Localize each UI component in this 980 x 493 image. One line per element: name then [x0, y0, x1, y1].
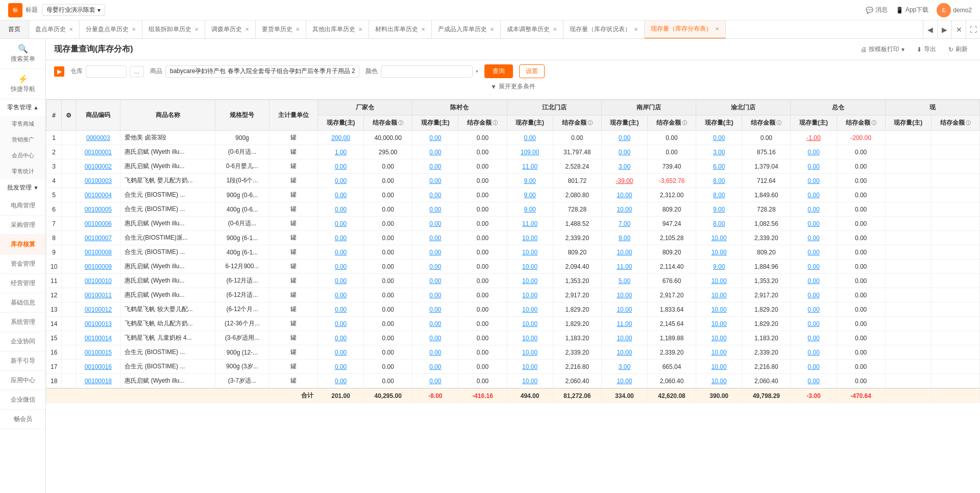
info-icon[interactable]: ⓘ	[682, 120, 687, 126]
row-chenlu-stock[interactable]: 0.00	[412, 345, 458, 360]
row-total-stock[interactable]: 0.00	[791, 245, 837, 260]
sidebar-item-member[interactable]: 会员中心	[0, 148, 45, 163]
row-jiangbei-stock[interactable]: 10.00	[507, 302, 553, 317]
user-area[interactable]: E demo2	[937, 3, 972, 17]
row-jiangbei-stock[interactable]: 11.00	[507, 217, 553, 231]
row-yubeifu-stock[interactable]: 10.00	[696, 374, 742, 389]
tab-close-icon[interactable]: ✕	[194, 27, 199, 32]
row-nanan-stock[interactable]: 11.00	[601, 317, 647, 331]
row-code[interactable]: 00100001	[76, 145, 120, 159]
sidebar-item-retail-mall[interactable]: 零售商城	[0, 116, 45, 132]
row-code[interactable]: 00100006	[76, 217, 120, 231]
row-nanan-stock[interactable]: 10.00	[601, 288, 647, 302]
sidebar-item-retail[interactable]: 零售管理 ▲	[0, 99, 45, 116]
row-code[interactable]: 00100002	[76, 159, 120, 174]
row-yubeifu-stock[interactable]: 9.00	[696, 202, 742, 217]
tab-cost-adjust[interactable]: 成本调整单历史 ✕	[501, 20, 564, 39]
sidebar-item-guide[interactable]: 新手引导	[0, 351, 45, 371]
row-yubeifu-stock[interactable]: 8.00	[696, 174, 742, 188]
tab-close-icon[interactable]: ✕	[553, 27, 557, 32]
row-yubeifu-stock[interactable]: 0.00	[696, 131, 742, 145]
row-code[interactable]: 00100011	[76, 288, 120, 302]
row-nanan-stock[interactable]: 10.00	[601, 331, 647, 345]
row-chenlu-stock[interactable]: 0.00	[412, 245, 458, 260]
row-jiangbei-stock[interactable]: 109.00	[507, 145, 553, 159]
row-yubeifu-stock[interactable]: 8.00	[696, 188, 742, 202]
row-yubeifu-stock[interactable]: 10.00	[696, 288, 742, 302]
row-total-stock[interactable]: -1.00	[791, 131, 837, 145]
row-nanan-stock[interactable]: 0.00	[601, 145, 647, 159]
sidebar-item-retail-stats[interactable]: 零售统计	[0, 163, 45, 179]
tab-finished-inbound[interactable]: 产成品入库单历史 ✕	[432, 20, 501, 39]
sidebar-item-ecommerce[interactable]: 电商管理	[0, 196, 45, 216]
row-jiangbei-stock[interactable]: 9.00	[507, 202, 553, 217]
row-chenlu-stock[interactable]: 0.00	[412, 317, 458, 331]
row-chenlu-stock[interactable]: 0.00	[412, 360, 458, 374]
row-total-stock[interactable]: 0.00	[791, 317, 837, 331]
row-total-stock[interactable]: 0.00	[791, 288, 837, 302]
row-total-stock[interactable]: 0.00	[791, 274, 837, 288]
row-chenlu-stock[interactable]: 0.00	[412, 145, 458, 159]
sidebar-item-app-center[interactable]: 应用中心	[0, 371, 45, 390]
tab-close-icon[interactable]: ✕	[132, 27, 136, 32]
row-yubeifu-stock[interactable]: 10.00	[696, 360, 742, 374]
row-chenlu-stock[interactable]: 0.00	[412, 260, 458, 274]
row-code[interactable]: 00100013	[76, 317, 120, 331]
row-factory-stock[interactable]: 0.00	[317, 288, 363, 302]
row-jiangbei-stock[interactable]: 11.00	[507, 159, 553, 174]
row-factory-stock[interactable]: 0.00	[317, 274, 363, 288]
row-total-stock[interactable]: 0.00	[791, 331, 837, 345]
row-yubeifu-stock[interactable]: 10.00	[696, 274, 742, 288]
row-chenlu-stock[interactable]: 0.00	[412, 159, 458, 174]
row-yubeifu-stock[interactable]: 6.00	[696, 159, 742, 174]
row-nanan-stock[interactable]: 7.00	[601, 217, 647, 231]
row-jiangbei-stock[interactable]: 10.00	[507, 317, 553, 331]
row-yubeifu-stock[interactable]: 10.00	[696, 302, 742, 317]
tab-close-icon[interactable]: ✕	[421, 27, 425, 32]
row-factory-stock[interactable]: 0.00	[317, 360, 363, 374]
row-chenlu-stock[interactable]: 0.00	[412, 274, 458, 288]
tab-partial-inventory[interactable]: 分量盘点单历史 ✕	[80, 20, 142, 39]
sidebar-item-member-plus[interactable]: 畅会员	[0, 410, 45, 429]
row-code[interactable]: 0000003	[76, 131, 120, 145]
row-code[interactable]: 00100004	[76, 188, 120, 202]
row-jiangbei-stock[interactable]: 10.00	[507, 331, 553, 345]
row-nanan-stock[interactable]: 5.00	[601, 274, 647, 288]
row-jiangbei-stock[interactable]: 10.00	[507, 260, 553, 274]
row-code[interactable]: 00100016	[76, 360, 120, 374]
print-btn[interactable]: 🖨 按模板打印 ▾	[856, 43, 909, 56]
sidebar-item-enterprise[interactable]: 企业协同	[0, 332, 45, 351]
warehouse-ellipsis-btn[interactable]: ...	[130, 66, 144, 77]
row-jiangbei-stock[interactable]: 10.00	[507, 345, 553, 360]
row-code[interactable]: 00100008	[76, 245, 120, 260]
sidebar-item-quick-nav[interactable]: ⚡ 快捷导航	[0, 69, 45, 99]
row-factory-stock[interactable]: 0.00	[317, 374, 363, 389]
row-jiangbei-stock[interactable]: 10.00	[507, 274, 553, 288]
row-nanan-stock[interactable]: 10.00	[601, 374, 647, 389]
row-total-stock[interactable]: 0.00	[791, 202, 837, 217]
row-nanan-stock[interactable]: 10.00	[601, 202, 647, 217]
sidebar-item-marketing[interactable]: 营销推广	[0, 132, 45, 148]
row-total-stock[interactable]: 0.00	[791, 302, 837, 317]
row-yubeifu-stock[interactable]: 10.00	[696, 231, 742, 245]
tab-close-icon[interactable]: ✕	[69, 27, 73, 32]
row-code[interactable]: 00100007	[76, 231, 120, 245]
row-nanan-stock[interactable]: -39.00	[601, 174, 647, 188]
row-yubeifu-stock[interactable]: 3.00	[696, 145, 742, 159]
row-factory-stock[interactable]: 0.00	[317, 231, 363, 245]
row-nanan-stock[interactable]: 10.00	[601, 245, 647, 260]
tab-close-icon[interactable]: ✕	[715, 26, 719, 32]
row-factory-stock[interactable]: 200.00	[317, 131, 363, 145]
tab-close-icon[interactable]: ✕	[296, 27, 300, 32]
refresh-btn[interactable]: ↻ 刷新	[944, 43, 972, 56]
tab-prev-btn[interactable]: ◀	[923, 20, 937, 39]
row-factory-stock[interactable]: 0.00	[317, 331, 363, 345]
row-total-stock[interactable]: 0.00	[791, 374, 837, 389]
tab-other-outbound[interactable]: 其他出库单历史 ✕	[306, 20, 369, 39]
row-chenlu-stock[interactable]: 0.00	[412, 288, 458, 302]
row-nanan-stock[interactable]: 10.00	[601, 188, 647, 202]
row-yubeifu-stock[interactable]: 10.00	[696, 345, 742, 360]
row-factory-stock[interactable]: 0.00	[317, 317, 363, 331]
row-jiangbei-stock[interactable]: 10.00	[507, 245, 553, 260]
row-yubeifu-stock[interactable]: 9.00	[696, 260, 742, 274]
